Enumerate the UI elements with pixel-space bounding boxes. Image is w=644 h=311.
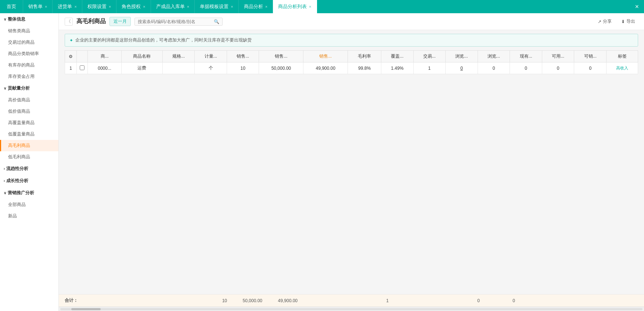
col-tag[interactable]: 标签 <box>607 51 638 62</box>
cell-current-stock: 0 <box>510 62 542 74</box>
window-close-button[interactable]: × <box>630 3 644 11</box>
col-check <box>77 51 88 62</box>
cell-sales-amount: 50,000.00 <box>259 62 303 74</box>
cell-sales-cost: 49,900.00 <box>303 62 348 74</box>
footer-sales-cost: 49,900.00 <box>268 298 298 303</box>
cell-available: 0 <box>542 62 574 74</box>
page-title: 高毛利商品 <box>76 18 106 25</box>
cell-sellable: 0 <box>574 62 607 74</box>
horizontal-scrollbar[interactable] <box>59 307 644 311</box>
cell-browse1[interactable]: 0 <box>446 62 478 74</box>
sidebar-item-traded-goods[interactable]: 交易过的商品 <box>0 37 58 48</box>
sidebar-group-contribution[interactable]: ∨ 贡献量分析 <box>0 82 58 94</box>
cell-gross-margin: 99.8% <box>348 62 381 74</box>
nav-tab-sales[interactable]: 销售单 × <box>23 0 53 13</box>
close-icon[interactable]: × <box>109 4 111 9</box>
col-trans[interactable]: 交易... <box>413 51 446 62</box>
nav-tab-template[interactable]: 单据模板设置 × <box>195 0 238 13</box>
content-area: 《 高毛利商品 近一月 🔍 ↗ 分享 ⬇ 导出 ✦ 企业的主要的利润都是这部分商… <box>59 13 644 311</box>
col-browse1[interactable]: 浏览... <box>446 51 478 62</box>
close-icon[interactable]: × <box>187 4 189 9</box>
sidebar-item-stock-capital[interactable]: 库存资金占用 <box>0 71 58 82</box>
sidebar-item-new-goods[interactable]: 新品 <box>0 210 58 222</box>
nav-tab-permission[interactable]: 权限设置 × <box>82 0 116 13</box>
sidebar: ∨ 整体信息 销售类商品 交易过的商品 商品分类助销率 有库存的商品 库存资金占… <box>0 13 59 311</box>
chevron-down-icon: ∨ <box>4 17 6 21</box>
cell-unit: 个 <box>195 62 227 74</box>
cell-trans: 1 <box>413 62 446 74</box>
close-icon[interactable]: × <box>231 4 233 9</box>
footer-sales-amount: 50,000.00 <box>233 298 262 303</box>
close-icon[interactable]: × <box>309 4 311 9</box>
sidebar-group-marketing[interactable]: ∨ 营销推广分析 <box>0 187 58 199</box>
export-button[interactable]: ⬇ 导出 <box>618 17 638 26</box>
col-browse2[interactable]: 浏览... <box>478 51 510 62</box>
sidebar-item-low-value[interactable]: 低价值商品 <box>0 106 58 117</box>
cell-spec <box>162 62 195 74</box>
sidebar-group-trend[interactable]: › 流趋性分析 <box>0 163 58 175</box>
col-gross-margin[interactable]: 毛利率 <box>348 51 381 62</box>
sidebar-group-growth[interactable]: › 成长性分析 <box>0 175 58 187</box>
footer-trans: 1 <box>359 298 389 303</box>
nav-tab-role[interactable]: 角色授权 × <box>116 0 151 13</box>
info-icon: ✦ <box>69 38 73 43</box>
footer-summary: 合计： 10 50,000.00 49,900.00 1 0 0 <box>59 294 644 307</box>
scrollbar-thumb[interactable] <box>71 308 101 310</box>
col-unit[interactable]: 计量... <box>195 51 227 62</box>
col-sellable[interactable]: 可销... <box>574 51 607 62</box>
col-settings[interactable]: ⚙ <box>65 51 77 62</box>
sidebar-item-all-goods[interactable]: 全部商品 <box>0 199 58 210</box>
cell-name: 运费 <box>122 62 163 74</box>
col-sales-cost[interactable]: 销售... <box>303 51 348 62</box>
nav-tab-analysis[interactable]: 商品分析 × <box>239 0 273 13</box>
sidebar-item-category-assist[interactable]: 商品分类助销率 <box>0 48 58 59</box>
search-icon[interactable]: 🔍 <box>214 19 219 24</box>
col-spec[interactable]: 规格... <box>162 51 195 62</box>
col-sales-qty[interactable]: 销售... <box>227 51 259 62</box>
search-input[interactable] <box>138 19 214 24</box>
cell-sales-qty: 10 <box>227 62 259 74</box>
nav-tab-analysis-list[interactable]: 商品分析列表 × <box>273 0 317 13</box>
top-navigation: 首页 销售单 × 进货单 × 权限设置 × 角色授权 × 产成品入库单 × 单据… <box>0 0 644 13</box>
footer-sales-qty: 10 <box>198 298 227 303</box>
close-icon[interactable]: × <box>143 4 145 9</box>
footer-current-stock: 0 <box>450 298 480 303</box>
col-sales-amount[interactable]: 销售... <box>259 51 303 62</box>
cell-check[interactable] <box>77 62 88 74</box>
share-icon: ↗ <box>598 19 601 24</box>
info-banner: ✦ 企业的主要的利润都是这部分商品创造的，可考虑加大推广，同时关注库存是不要出现… <box>65 34 638 47</box>
content-header: 《 高毛利商品 近一月 🔍 ↗ 分享 ⬇ 导出 <box>59 13 644 30</box>
close-icon[interactable]: × <box>265 4 267 9</box>
sidebar-item-in-stock[interactable]: 有库存的商品 <box>0 59 58 71</box>
sidebar-item-low-coverage[interactable]: 低覆盖量商品 <box>0 129 58 140</box>
filter-period-button[interactable]: 近一月 <box>109 17 131 26</box>
close-icon[interactable]: × <box>74 4 76 9</box>
col-code[interactable]: 商... <box>88 51 122 62</box>
close-icon[interactable]: × <box>45 4 47 9</box>
nav-tab-home[interactable]: 首页 <box>0 0 23 13</box>
col-available[interactable]: 可用... <box>542 51 574 62</box>
cell-code: 0000... <box>88 62 122 74</box>
sidebar-group-overall[interactable]: ∨ 整体信息 <box>0 13 58 25</box>
scrollbar-track <box>60 308 643 310</box>
share-button[interactable]: ↗ 分享 <box>595 17 615 26</box>
sidebar-item-high-value[interactable]: 高价值商品 <box>0 94 58 106</box>
search-box: 🔍 <box>134 18 223 26</box>
row-checkbox[interactable] <box>80 65 84 70</box>
nav-tab-inbound[interactable]: 产成品入库单 × <box>151 0 195 13</box>
sidebar-item-low-margin[interactable]: 低毛利商品 <box>0 151 58 163</box>
sidebar-item-high-coverage[interactable]: 高覆盖量商品 <box>0 117 58 129</box>
nav-tab-purchase[interactable]: 进货单 × <box>53 0 82 13</box>
cell-index: 1 <box>65 62 77 74</box>
col-current-stock[interactable]: 现有... <box>510 51 542 62</box>
cell-coverage: 1.49% <box>381 62 414 74</box>
collapse-sidebar-button[interactable]: 《 <box>65 18 73 26</box>
table-header-row: ⚙ 商... 商品名称 规格... 计量... 销售... 销售... 销售..… <box>65 51 638 62</box>
col-coverage[interactable]: 覆盖... <box>381 51 414 62</box>
chevron-down-icon: ∨ <box>4 191 6 195</box>
col-name[interactable]: 商品名称 <box>122 51 163 62</box>
chevron-right-icon: › <box>4 179 5 183</box>
export-icon: ⬇ <box>621 19 625 24</box>
sidebar-item-high-margin[interactable]: 高毛利商品 <box>0 140 58 151</box>
sidebar-item-sales-goods[interactable]: 销售类商品 <box>0 25 58 37</box>
